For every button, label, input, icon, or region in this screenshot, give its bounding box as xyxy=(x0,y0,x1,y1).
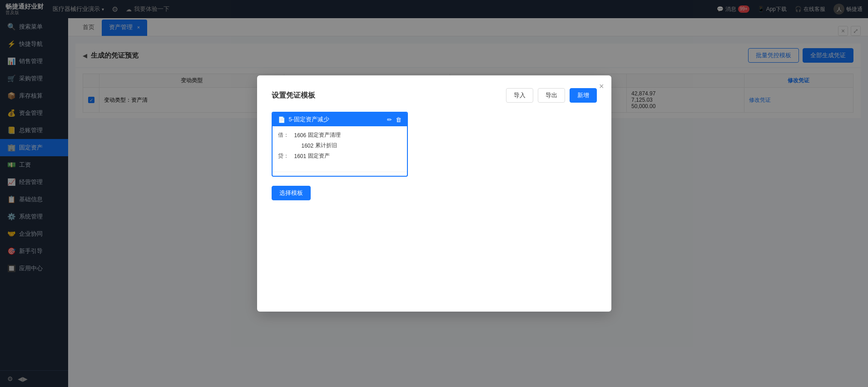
template-edit-icon[interactable]: ✏ xyxy=(387,116,392,123)
new-template-button[interactable]: 新增 xyxy=(570,88,597,103)
template-dialog: 设置凭证模板 导入 导出 新增 × 📄 5-固定资产减少 ✏ 🗑 xyxy=(257,75,611,312)
credit-label: 贷： xyxy=(278,152,293,160)
import-button[interactable]: 导入 xyxy=(506,88,533,103)
export-button[interactable]: 导出 xyxy=(538,88,565,103)
template-card-title: 5-固定资产减少 xyxy=(289,115,383,124)
template-delete-icon[interactable]: 🗑 xyxy=(396,116,402,123)
row1-code: 1606 xyxy=(294,132,307,139)
template-row-2: 1602 累计折旧 xyxy=(273,140,407,151)
template-row-1: 借： 1606 固定资产清理 xyxy=(273,130,407,140)
dialog-title: 设置凭证模板 xyxy=(272,91,315,100)
template-card-body: 借： 1606 固定资产清理 1602 累计折旧 贷： 1601 固定资产 xyxy=(273,126,407,176)
template-empty-row xyxy=(273,161,407,172)
dialog-header: 设置凭证模板 导入 导出 新增 × xyxy=(272,88,597,103)
dialog-action-buttons: 导入 导出 新增 xyxy=(506,88,597,103)
template-card-header: 📄 5-固定资产减少 ✏ 🗑 xyxy=(273,113,407,126)
dialog-overlay: 设置凭证模板 导入 导出 新增 × 📄 5-固定资产减少 ✏ 🗑 xyxy=(0,0,868,387)
row3-code: 1601 xyxy=(294,153,307,159)
app-container: 畅捷通好业财 普及版 医疗器械行业演示 ▾ ⚙ ☁ 我要体验一下 💬 消息 99… xyxy=(0,0,868,387)
row1-name: 固定资产清理 xyxy=(308,131,341,139)
template-card: 📄 5-固定资产减少 ✏ 🗑 借： 1606 固定资产清理 1602 累计折旧 xyxy=(272,112,408,177)
debit-label: 借： xyxy=(278,131,293,139)
row2-code: 1602 xyxy=(302,143,314,149)
row2-name: 累计折旧 xyxy=(315,142,337,149)
template-row-3: 贷： 1601 固定资产 xyxy=(273,151,407,161)
dialog-close-button[interactable]: × xyxy=(599,82,604,91)
row3-name: 固定资产 xyxy=(308,152,330,160)
select-template-area: 选择模板 xyxy=(272,186,597,200)
select-template-button[interactable]: 选择模板 xyxy=(272,186,311,200)
template-doc-icon: 📄 xyxy=(278,116,285,123)
